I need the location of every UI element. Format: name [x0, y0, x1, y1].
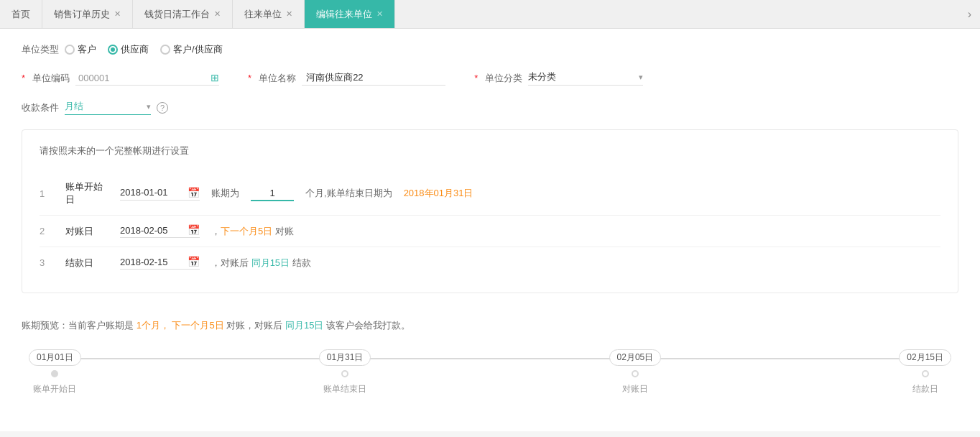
- row-label-3: 结款日: [65, 257, 108, 270]
- timeline-sub-3: 结款日: [912, 383, 938, 395]
- reconcile-desc: ，下一个月5日 对账: [211, 225, 294, 238]
- payment-field: 收款条件 月结 ▾ ?: [22, 100, 168, 115]
- timeline-badge-1: 01月31日: [319, 349, 371, 366]
- tab-edit-partner[interactable]: 编辑往来单位 ✕: [305, 0, 395, 28]
- code-label: 单位编码: [32, 72, 70, 85]
- unit-type-radio-group: 客户 供应商 客户/供应商: [65, 43, 223, 56]
- reconcile-date-input-wrap: 📅: [120, 224, 200, 238]
- payment-date-input[interactable]: [120, 257, 185, 267]
- timeline-item-0: 01月01日 账单开始日: [29, 349, 81, 395]
- name-required-star: *: [248, 73, 251, 83]
- copy-icon[interactable]: ⊞: [211, 72, 219, 83]
- timeline-badge-2: 02月05日: [609, 349, 662, 366]
- preview-payment: 同月15日: [285, 320, 323, 331]
- preview-suffix: 该客户会给我打款。: [326, 320, 410, 331]
- payment-row: 收款条件 月结 ▾ ?: [22, 100, 958, 115]
- panel-row-2: 2 对账日 📅 ，下一个月5日 对账: [40, 216, 940, 247]
- category-select-value: 未分类: [528, 70, 556, 83]
- timeline-item-1: 01月31日 账单结束日: [319, 349, 371, 395]
- preview-label: 账期预览：当前客户账期是: [22, 320, 134, 331]
- payment-desc: ，对账后 同月15日 结款: [211, 257, 311, 270]
- row-num-1: 1: [40, 188, 54, 199]
- row-label-2: 对账日: [65, 225, 108, 238]
- start-date-input-wrap: 📅: [120, 187, 200, 201]
- close-icon[interactable]: ✕: [376, 9, 383, 19]
- payment-date-input-wrap: 📅: [120, 256, 200, 270]
- name-input[interactable]: [302, 71, 445, 86]
- help-icon[interactable]: ?: [157, 102, 168, 114]
- payment-label: 收款条件: [22, 101, 59, 114]
- timeline-item-3: 02月15日 结款日: [899, 349, 951, 395]
- timeline-sub-2: 对账日: [622, 383, 648, 395]
- code-name-category-row: * 单位编码 ⊞ * 单位名称 * 单位分类 未分类 ▾: [22, 70, 958, 86]
- timeline-node-1: [341, 370, 348, 377]
- preview-mid: 对账，对账后: [226, 320, 282, 331]
- category-required-star: *: [474, 73, 478, 83]
- period-input[interactable]: [251, 186, 294, 201]
- panel-row-3: 3 结款日 📅 ，对账后 同月15日 结款: [40, 247, 940, 278]
- timeline-node-0: [51, 370, 58, 377]
- chevron-down-icon: ▾: [147, 102, 151, 111]
- preview-period: 1个月，: [137, 320, 170, 331]
- preview-reconcile: 下一个月5日: [172, 320, 223, 331]
- calendar-icon-1[interactable]: 📅: [188, 187, 200, 198]
- category-field: * 单位分类 未分类 ▾: [474, 70, 643, 86]
- preview-text: 账期预览：当前客户账期是 1个月， 下一个月5日 对账，对账后 同月15日 该客…: [22, 308, 958, 332]
- period-desc-prefix: 账期为: [211, 187, 239, 200]
- category-select[interactable]: 未分类 ▾: [528, 70, 643, 86]
- calendar-icon-3[interactable]: 📅: [188, 256, 200, 267]
- start-date-input[interactable]: [120, 187, 185, 198]
- payment-highlight: 同月15日: [251, 257, 290, 268]
- radio-circle-customer: [65, 45, 75, 55]
- name-label: 单位名称: [259, 72, 296, 85]
- reconcile-date-input[interactable]: [120, 225, 185, 236]
- chevron-down-icon: ▾: [639, 73, 643, 82]
- tab-sales-history[interactable]: 销售订单历史 ✕: [42, 0, 133, 28]
- row-label-1: 账单开始日: [65, 180, 108, 206]
- close-icon[interactable]: ✕: [286, 9, 292, 19]
- unit-type-field: 单位类型 客户 供应商 客户/供应商: [22, 43, 223, 56]
- timeline-badge-3: 02月15日: [899, 349, 951, 366]
- settings-panel: 请按照未来的一个完整帐期进行设置 1 账单开始日 📅 账期为 个月,账单结束日期…: [22, 129, 958, 293]
- name-field: * 单位名称: [248, 71, 445, 86]
- tab-cash-work[interactable]: 钱货日清工作台 ✕: [133, 0, 233, 28]
- calendar-icon-2[interactable]: 📅: [188, 224, 200, 236]
- code-input-wrapper: ⊞: [75, 71, 219, 86]
- payment-select-value: 月结: [65, 100, 83, 113]
- code-field: * 单位编码 ⊞: [22, 71, 219, 86]
- tab-partner[interactable]: 往来单位 ✕: [233, 0, 305, 28]
- period-desc-unit: 个月,账单结束日期为: [305, 187, 392, 200]
- unit-type-label: 单位类型: [22, 43, 59, 56]
- payment-select[interactable]: 月结 ▾: [65, 100, 151, 115]
- tab-more-button[interactable]: ›: [959, 8, 980, 21]
- timeline-sub-0: 账单开始日: [33, 383, 76, 395]
- panel-instruction: 请按照未来的一个完整帐期进行设置: [40, 144, 940, 157]
- timeline-sub-1: 账单结束日: [323, 383, 366, 395]
- timeline-badge-0: 01月01日: [29, 349, 81, 366]
- close-icon[interactable]: ✕: [114, 9, 121, 19]
- radio-label-both: 客户/供应商: [173, 43, 223, 56]
- tabs-bar: 首页 销售订单历史 ✕ 钱货日清工作台 ✕ 往来单位 ✕ 编辑往来单位 ✕ ›: [0, 0, 980, 29]
- reconcile-highlight: 下一个月5日: [221, 226, 272, 236]
- close-icon[interactable]: ✕: [214, 9, 221, 19]
- radio-label-customer: 客户: [78, 43, 96, 56]
- radio-supplier[interactable]: 供应商: [108, 43, 149, 56]
- radio-customer[interactable]: 客户: [65, 43, 96, 56]
- category-label: 单位分类: [485, 72, 522, 85]
- unit-type-row: 单位类型 客户 供应商 客户/供应商: [22, 43, 958, 56]
- radio-label-supplier: 供应商: [121, 43, 149, 56]
- radio-both[interactable]: 客户/供应商: [160, 43, 223, 56]
- radio-circle-both: [160, 45, 170, 55]
- timeline-node-2: [632, 370, 639, 377]
- code-required-star: *: [22, 73, 25, 83]
- timeline-item-2: 02月05日 对账日: [609, 349, 662, 395]
- code-input[interactable]: [75, 71, 211, 85]
- tab-home[interactable]: 首页: [0, 0, 42, 28]
- timeline-node-3: [922, 370, 929, 377]
- row-num-2: 2: [40, 226, 54, 236]
- timeline-items: 01月01日 账单开始日 01月31日 账单结束日 02月05日 对账日 02月…: [29, 349, 951, 395]
- period-end-date: 2018年01月31日: [404, 187, 473, 200]
- radio-circle-supplier: [108, 45, 118, 55]
- row-num-3: 3: [40, 257, 54, 268]
- panel-row-1: 1 账单开始日 📅 账期为 个月,账单结束日期为 2018年01月31日: [40, 172, 940, 216]
